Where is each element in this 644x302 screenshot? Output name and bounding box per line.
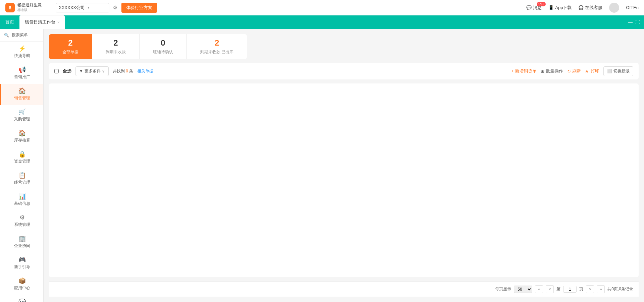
tab-active-label: 钱货日清工作台 [25, 19, 55, 25]
switch-version-button[interactable]: ⬜ 切换新版 [603, 66, 633, 76]
app-center-icon: 📦 [18, 278, 26, 284]
per-page-label: 每页显示 [495, 286, 511, 292]
top-bar: 6 畅捷通好生意 标准版 XXXXXX公司 ▼ ⚙ 体验行业方案 💬 消息 99… [0, 0, 644, 15]
sidebar-item-system[interactable]: ⚙ 系统管理 [0, 210, 43, 232]
sidebar-item-inventory-label: 库存核算 [14, 137, 30, 143]
batch-label: 批量操作 [546, 68, 563, 74]
prev-page-button[interactable]: < [546, 285, 554, 293]
sidebar-item-system-label: 系统管理 [14, 222, 30, 228]
message-area[interactable]: 💬 消息 99+ [526, 5, 542, 11]
stats-row: 2 全部单据 2 到期未收款 0 旺辅待确认 2 到期未收款 已出库 [49, 34, 247, 59]
sidebar-item-finance-label: 资金管理 [14, 159, 30, 164]
guide-icon: 🎮 [18, 257, 26, 263]
maximize-icon[interactable]: ⛶ [635, 19, 640, 25]
search-menu-label: 搜索菜单 [12, 32, 28, 38]
sidebar-item-guide[interactable]: 🎮 新手引导 [0, 253, 43, 274]
page-label: 第 [556, 286, 560, 292]
stat-overdue-unpaid-number: 2 [113, 38, 118, 48]
message-icon: 💬 [526, 5, 532, 10]
stat-all[interactable]: 2 全部单据 [49, 34, 92, 59]
service-label: 在线客服 [585, 5, 602, 11]
username[interactable]: OfTEn [626, 5, 639, 10]
sidebar-item-inventory[interactable]: 🏠 库存核算 [0, 126, 43, 147]
system-icon: ⚙ [19, 215, 25, 221]
toolbar-right: + 新增销货单 ⊞ 批量操作 ↻ 刷新 🖨 打印 ⬜ 切换新版 [511, 66, 633, 76]
sales-icon: 🏠 [18, 88, 26, 94]
main-content: 2 全部单据 2 到期未收款 0 旺辅待确认 2 到期未收款 已出库 全选 ▼ … [44, 29, 644, 302]
page-label-end: 页 [579, 286, 583, 292]
sidebar-item-finance[interactable]: 🔒 资金管理 [0, 147, 43, 168]
sidebar-item-operations[interactable]: 📋 经营管理 [0, 168, 43, 189]
sidebar-item-marketing[interactable]: 📢 营销推广 [0, 63, 43, 84]
sidebar-item-basic-info-label: 基础信息 [14, 201, 30, 206]
sidebar-item-enterprise[interactable]: 🏢 企业协同 [0, 232, 43, 253]
stat-overdue-unshipped[interactable]: 2 到期未收款 已出库 [187, 34, 247, 59]
minimize-icon[interactable]: — [628, 19, 633, 25]
stat-pending-confirm[interactable]: 0 旺辅待确认 [140, 34, 187, 59]
sidebar-item-purchase-label: 采购管理 [14, 116, 30, 122]
sidebar-item-quick-nav-label: 快捷导航 [14, 53, 30, 59]
table-area [49, 83, 639, 277]
select-all-label: 全选 [63, 68, 71, 74]
stat-all-number: 2 [68, 38, 72, 48]
settings-icon[interactable]: ⚙ [113, 4, 117, 11]
print-icon: 🖨 [585, 69, 589, 74]
sidebar-item-guide-label: 新手引导 [14, 264, 30, 270]
print-button[interactable]: 🖨 打印 [585, 68, 599, 74]
service-icon: 🎧 [578, 5, 584, 10]
sidebar-item-wechat[interactable]: 💬 企业微信 [0, 295, 43, 302]
stat-overdue-unpaid-label: 到期未收款 [106, 49, 126, 55]
sidebar-item-app-center[interactable]: 📦 应用中心 [0, 274, 43, 295]
filter-dropdown-icon: ∨ [102, 69, 105, 73]
filter-icon: ▼ [79, 69, 83, 73]
tab-active[interactable]: 钱货日清工作台 × [19, 15, 65, 29]
top-right: 💬 消息 99+ 📱 App下载 🎧 在线客服 OfTEn [526, 3, 639, 13]
trial-button[interactable]: 体验行业方案 [121, 3, 157, 13]
sidebar-item-marketing-label: 营销推广 [14, 74, 30, 80]
inventory-icon: 🏠 [18, 130, 26, 136]
stat-overdue-unshipped-number: 2 [215, 38, 219, 48]
app-download[interactable]: 📱 App下载 [548, 5, 572, 11]
main-layout: 🔍 搜索菜单 ⚡ 快捷导航 📢 营销推广 🏠 销售管理 🛒 采购管理 🏠 库存核… [0, 29, 644, 302]
sidebar-item-sales-label: 销售管理 [14, 95, 30, 101]
batch-button[interactable]: ⊞ 批量操作 [541, 68, 563, 74]
sidebar-item-purchase[interactable]: 🛒 采购管理 [0, 105, 43, 126]
avatar[interactable] [609, 3, 619, 13]
nav-tabs: 首页 钱货日清工作台 × — ⛶ [0, 15, 644, 29]
last-page-button[interactable]: » [597, 285, 605, 293]
marketing-icon: 📢 [18, 67, 26, 73]
company-dropdown-arrow: ▼ [87, 6, 90, 9]
refresh-button[interactable]: ↻ 刷新 [567, 68, 581, 74]
next-page-button[interactable]: > [586, 285, 594, 293]
stat-pending-confirm-number: 0 [161, 38, 165, 48]
per-page-select[interactable]: 50 20 100 [514, 286, 532, 293]
add-icon: + 新增销货单 [511, 68, 537, 74]
app-download-label: App下载 [555, 5, 572, 11]
logo-area: 6 畅捷通好生意 标准版 [5, 3, 49, 13]
stat-overdue-unpaid[interactable]: 2 到期未收款 [92, 34, 140, 59]
found-text: 共找到 0 条 [113, 68, 133, 74]
stat-pending-confirm-label: 旺辅待确认 [153, 49, 173, 55]
logo-text: 畅捷通好生意 [17, 3, 42, 8]
search-menu[interactable]: 🔍 搜索菜单 [0, 29, 43, 42]
first-page-button[interactable]: « [535, 285, 543, 293]
company-selector[interactable]: XXXXXX公司 ▼ [56, 3, 109, 12]
add-sale-button[interactable]: + 新增销货单 [511, 68, 537, 74]
related-records-link[interactable]: 相关单据 [137, 68, 153, 74]
app-download-icon: 📱 [548, 5, 554, 10]
tab-home[interactable]: 首页 [0, 15, 19, 29]
page-input[interactable] [563, 286, 577, 293]
sidebar-item-basic-info[interactable]: 📊 基础信息 [0, 189, 43, 210]
select-all-checkbox[interactable] [54, 69, 59, 73]
filter-label: 更多条件 [85, 68, 101, 74]
toolbar: 全选 ▼ 更多条件 ∨ 共找到 0 条 相关单据 + 新增销货单 ⊞ 批量操作 [49, 63, 639, 79]
quick-nav-icon: ⚡ [18, 46, 26, 52]
sidebar-item-sales[interactable]: 🏠 销售管理 [0, 84, 43, 105]
sidebar-item-quick-nav[interactable]: ⚡ 快捷导航 [0, 42, 43, 63]
filter-button[interactable]: ▼ 更多条件 ∨ [75, 66, 109, 76]
found-count: 0 [126, 69, 128, 73]
close-tab-icon[interactable]: × [57, 20, 59, 24]
online-service[interactable]: 🎧 在线客服 [578, 5, 602, 11]
search-icon: 🔍 [4, 33, 9, 38]
stat-overdue-unshipped-label: 到期未收款 已出库 [200, 49, 233, 55]
